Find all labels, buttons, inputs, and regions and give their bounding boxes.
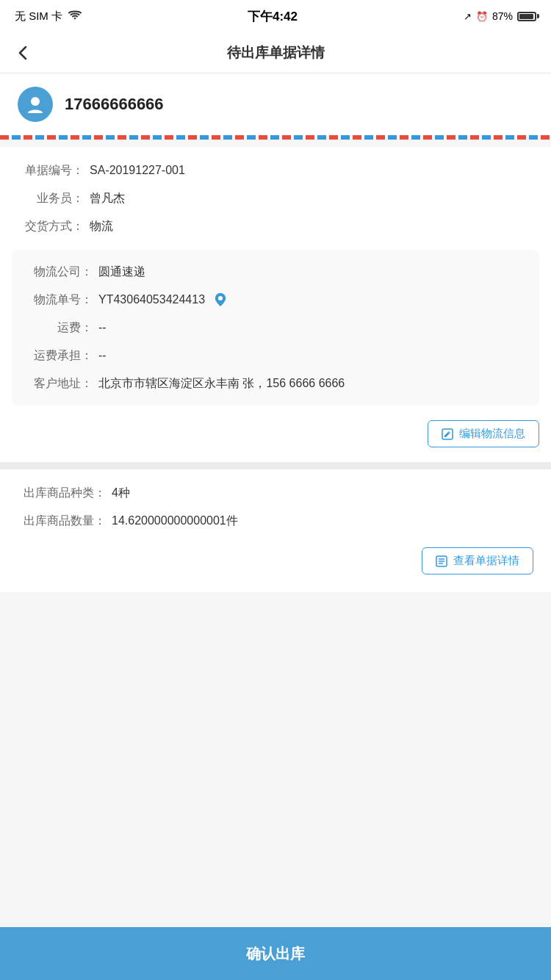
tracking-location-icon[interactable] <box>212 292 228 308</box>
logistics-tracking-value: YT43064053424413 <box>98 291 525 309</box>
logistics-freight-value: -- <box>98 319 525 336</box>
battery-percent: 87% <box>492 10 513 22</box>
status-bar: 无 SIM 卡 下午4:42 ↗ ⏰ 87% <box>0 0 551 32</box>
dashed-divider <box>0 135 551 140</box>
confirm-bar[interactable]: 确认出库 <box>0 927 551 980</box>
user-phone: 17666666666 <box>65 95 164 114</box>
delivery-row: 交货方式： 物流 <box>18 217 533 235</box>
carrier-text: 无 SIM 卡 <box>15 10 62 24</box>
logistics-tracking-label: 物流单号： <box>26 291 93 309</box>
status-left: 无 SIM 卡 <box>15 10 82 24</box>
logistics-tracking-row: 物流单号： YT43064053424413 <box>26 291 525 309</box>
user-header: 17666666666 <box>0 73 551 135</box>
svg-point-0 <box>31 97 40 106</box>
logistics-address-label: 客户地址： <box>26 375 93 392</box>
goods-quantity-label: 出库商品数量： <box>18 512 106 530</box>
logistics-company-label: 物流公司： <box>26 263 93 281</box>
bottom-spacer <box>0 592 551 739</box>
back-button[interactable] <box>15 41 32 65</box>
doc-number-row: 单据编号： SA-20191227-001 <box>18 162 533 179</box>
logistics-freight-bearer-value: -- <box>98 347 525 364</box>
logistics-company-value: 圆通速递 <box>98 263 525 281</box>
goods-type-value: 4种 <box>112 484 533 502</box>
edit-logistics-button[interactable]: 编辑物流信息 <box>428 420 539 447</box>
svg-point-2 <box>218 296 223 300</box>
status-right: ↗ ⏰ 87% <box>464 10 536 22</box>
detail-button-wrap: 查看单据详情 <box>18 540 533 577</box>
logistics-company-row: 物流公司： 圆通速递 <box>26 263 525 281</box>
battery-icon <box>517 12 536 21</box>
goods-quantity-row: 出库商品数量： 14.620000000000001件 <box>18 512 533 530</box>
delivery-label: 交货方式： <box>18 217 84 235</box>
location-status-icon: ↗ <box>464 11 472 22</box>
goods-type-label: 出库商品种类： <box>18 484 106 502</box>
staff-value: 曾凡杰 <box>90 190 533 207</box>
logistics-address-value: 北京市市辖区海淀区永丰南 张，156 6666 6666 <box>98 375 525 392</box>
doc-number-label: 单据编号： <box>18 162 84 179</box>
doc-number-value: SA-20191227-001 <box>90 162 533 179</box>
goods-type-row: 出库商品种类： 4种 <box>18 484 533 502</box>
nav-bar: 待出库单据详情 <box>0 32 551 73</box>
logistics-freight-label: 运费： <box>26 319 93 336</box>
logistics-freight-bearer-row: 运费承担： -- <box>26 347 525 364</box>
basic-info-section: 单据编号： SA-20191227-001 业务员： 曾凡杰 交货方式： 物流 <box>0 147 551 250</box>
page-title: 待出库单据详情 <box>227 43 325 62</box>
staff-label: 业务员： <box>18 190 84 207</box>
status-time: 下午4:42 <box>248 8 298 25</box>
view-detail-button[interactable]: 查看单据详情 <box>422 547 533 574</box>
goods-quantity-value: 14.620000000000001件 <box>112 512 533 530</box>
logistics-wrapper: 物流公司： 圆通速递 物流单号： YT43064053424413 运费： -- <box>0 250 551 462</box>
logistics-address-row: 客户地址： 北京市市辖区海淀区永丰南 张，156 6666 6666 <box>26 375 525 392</box>
logistics-freight-row: 运费： -- <box>26 319 525 336</box>
delivery-value: 物流 <box>90 217 533 235</box>
edit-button-wrap: 编辑物流信息 <box>12 413 539 450</box>
alarm-icon: ⏰ <box>476 11 488 22</box>
goods-section: 出库商品种类： 4种 出库商品数量： 14.620000000000001件 查… <box>0 469 551 592</box>
avatar <box>18 87 53 122</box>
wifi-icon <box>68 10 82 23</box>
logistics-freight-bearer-label: 运费承担： <box>26 347 93 364</box>
gray-divider <box>0 462 551 469</box>
logistics-card: 物流公司： 圆通速递 物流单号： YT43064053424413 运费： -- <box>12 250 539 406</box>
confirm-button-label: 确认出库 <box>246 944 305 964</box>
staff-row: 业务员： 曾凡杰 <box>18 190 533 207</box>
